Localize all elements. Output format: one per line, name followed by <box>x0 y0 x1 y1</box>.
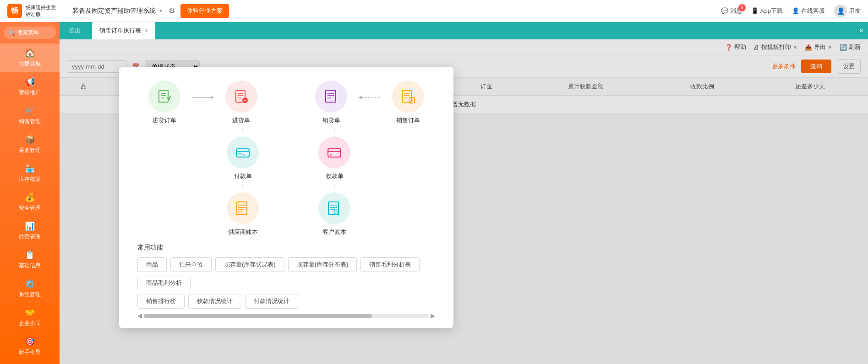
svg-rect-18 <box>402 90 411 102</box>
tab-close-all-button[interactable]: × <box>859 27 863 35</box>
newcomer-icon: 🎯 <box>25 337 35 347</box>
supplier-account-icon <box>227 192 259 224</box>
content-area: 首页 销售订单执行表 × × ❓ 帮助 🖨 <box>60 22 868 364</box>
flow-node-purchase-order: 进货订单 <box>137 81 191 125</box>
message-badge: 6 <box>738 4 746 11</box>
scrollbar-thumb[interactable] <box>144 314 372 318</box>
sales-order-icon <box>392 81 424 113</box>
sidebar-item-sales[interactable]: 🛒 销售管理 <box>0 101 60 130</box>
svg-rect-12 <box>326 90 336 102</box>
customer-account-icon <box>318 192 350 224</box>
payment-bill-icon: ¥ <box>227 136 259 168</box>
sidebar-item-label: 库存核算 <box>19 175 41 183</box>
svg-rect-31 <box>237 202 247 215</box>
func-btn-product[interactable]: 商品 <box>137 257 167 272</box>
svg-text:¥: ¥ <box>329 153 332 157</box>
sales-bill-label: 销货单 <box>322 116 340 125</box>
flow-node-purchase-bill: 进货单 <box>214 81 268 125</box>
logo-area: 畅 畅康通好生意 标准版 <box>7 4 67 18</box>
scroll-right-arrow[interactable]: ▶ <box>431 312 435 319</box>
app-download-button[interactable]: 📱 App下载 <box>751 7 783 15</box>
func-btn-sales-rank[interactable]: 销售排行榜 <box>137 294 185 309</box>
system-title: 装备及固定资产辅助管理系统 ▼ <box>72 7 163 15</box>
func-btn-stock-dist[interactable]: 现存量(库存分布表) <box>288 257 357 272</box>
popup-box: 进货订单 <box>119 67 453 328</box>
sidebar-item-base-info[interactable]: 📋 基础信息 <box>0 245 60 274</box>
svg-marker-5 <box>211 96 214 99</box>
receipt-bill-label: 收款单 <box>326 172 344 180</box>
sidebar-item-label: 资金管理 <box>19 204 41 212</box>
sidebar: 🔍 搜索菜单 🏠 快捷导航 📢 营销推广 🛒 销售管理 📦 采购管理 <box>0 22 60 364</box>
sidebar-item-label: 基础信息 <box>19 262 41 270</box>
app-container: 畅 畅康通好生意 标准版 装备及固定资产辅助管理系统 ▼ ⚙ 体验行业方案 💬 … <box>0 0 868 364</box>
function-buttons-row2: 销售排行榜 收款情况统计 付款情况统计 <box>137 294 435 309</box>
search-menu-button[interactable]: 🔍 搜索菜单 <box>4 27 56 39</box>
marketing-icon: 📢 <box>25 77 35 87</box>
trial-button[interactable]: 体验行业方案 <box>180 4 229 18</box>
sidebar-item-operations[interactable]: 📊 经营管理 <box>0 217 60 245</box>
customer-account-label: 客户账本 <box>322 228 346 236</box>
top-bar: 畅 畅康通好生意 标准版 装备及固定资产辅助管理系统 ▼ ⚙ 体验行业方案 💬 … <box>0 0 868 22</box>
avatar: 👤 <box>834 5 847 17</box>
base-info-icon: 📋 <box>25 250 35 260</box>
settings-icon[interactable]: ⚙ <box>169 6 175 15</box>
function-buttons: 商品 往来单位 现存量(库存状况表) 现存量(库存分布表) 销售毛利分析表 商品… <box>137 257 435 290</box>
tab-bar: 首页 销售订单执行表 × × <box>60 22 868 39</box>
tab-home[interactable]: 首页 <box>60 22 90 39</box>
message-icon: 💬 <box>721 7 728 14</box>
system-dropdown-icon[interactable]: ▼ <box>158 8 163 13</box>
purchase-order-label: 进货订单 <box>153 116 176 125</box>
message-button[interactable]: 💬 消息 6 <box>721 7 742 15</box>
func-btn-sales-analysis[interactable]: 销售毛利分析表 <box>360 257 420 272</box>
finance-icon: 💰 <box>25 192 35 202</box>
tab-close-button[interactable]: × <box>145 27 148 34</box>
receipt-bill-icon: ¥ <box>318 136 350 168</box>
online-service-button[interactable]: 👤 在线客服 <box>792 7 825 15</box>
inventory-icon: 🏪 <box>25 163 35 174</box>
sidebar-item-label: 经营管理 <box>19 233 41 241</box>
popup-overlay[interactable]: 进货订单 <box>60 39 868 364</box>
payment-bill-label: 付款单 <box>234 172 252 180</box>
purchase-bill-label: 进货单 <box>232 116 250 125</box>
top-right-actions: 💬 消息 6 📱 App下载 👤 在线客服 👤 用友 <box>721 5 861 17</box>
sidebar-item-enterprise[interactable]: 🤝 企业协同 <box>0 303 60 332</box>
enterprise-icon: 🤝 <box>25 308 35 318</box>
sidebar-item-quick-nav[interactable]: 🏠 快捷导航 <box>0 43 60 72</box>
sidebar-search-area: 🔍 搜索菜单 <box>0 22 60 43</box>
func-btn-payment-stats[interactable]: 付款情况统计 <box>245 294 298 309</box>
func-btn-product-margin[interactable]: 商品毛利分析 <box>137 276 191 290</box>
sidebar-item-inventory[interactable]: 🏪 库存核算 <box>0 159 60 188</box>
tab-sales-order[interactable]: 销售订单执行表 × <box>92 22 155 39</box>
svg-text:¥: ¥ <box>242 153 245 157</box>
purchase-icon: 📦 <box>25 135 35 145</box>
main-content: ❓ 帮助 🖨 按模板打印 ▼ 📤 导出 ▼ <box>60 39 868 364</box>
flow-node-sales-order: 销售订单 <box>381 81 435 125</box>
sidebar-item-newcomer[interactable]: 🎯 新手引导 <box>0 332 60 361</box>
sidebar-item-system[interactable]: ⚙️ 系统管理 <box>0 274 60 303</box>
common-functions: 常用功能 商品 往来单位 现存量(库存状况表) 现存量(库存分布表) 销售毛利分… <box>137 244 435 309</box>
popup-scrollbar-container: ◀ ▶ <box>137 312 435 319</box>
func-btn-counterpart[interactable]: 往来单位 <box>170 257 212 272</box>
purchase-bill-icon <box>225 81 257 113</box>
sidebar-item-label: 企业协同 <box>19 320 41 327</box>
scroll-left-arrow[interactable]: ◀ <box>137 312 142 319</box>
sales-bill-icon <box>315 81 347 113</box>
sidebar-item-finance[interactable]: 💰 资金管理 <box>0 188 60 217</box>
phone-icon: 📱 <box>751 7 759 14</box>
sidebar-item-purchase[interactable]: 📦 采购管理 <box>0 130 60 159</box>
func-btn-stock-status[interactable]: 现存量(库存状况表) <box>215 257 284 272</box>
operations-icon: 📊 <box>25 221 35 231</box>
search-icon: 🔍 <box>8 30 15 36</box>
func-btn-receipt-stats[interactable]: 收款情况统计 <box>188 294 241 309</box>
user-menu[interactable]: 👤 用友 <box>834 5 861 17</box>
sidebar-item-label: 快捷导航 <box>19 60 41 68</box>
sales-order-label: 销售订单 <box>396 116 420 125</box>
logo-icon: 畅 <box>7 4 22 18</box>
sidebar-item-label: 销售管理 <box>19 118 41 125</box>
common-functions-title: 常用功能 <box>137 244 435 252</box>
supplier-account-label: 供应商账本 <box>228 228 258 236</box>
service-icon: 👤 <box>792 7 799 14</box>
sidebar-item-marketing[interactable]: 📢 营销推广 <box>0 72 60 101</box>
svg-rect-0 <box>159 90 168 102</box>
purchase-order-icon <box>148 81 180 113</box>
